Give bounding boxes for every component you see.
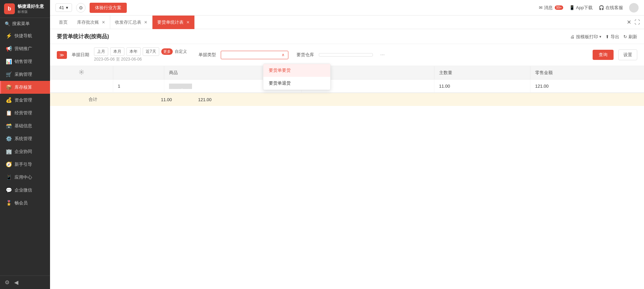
app-logo-icon: b	[4, 3, 15, 14]
sidebar-item-quick-nav[interactable]: ⚡ 快捷导航	[0, 29, 50, 42]
row-amount-cell: 121.00	[530, 80, 644, 93]
wechat-icon: 💬	[6, 187, 12, 193]
company-dropdown[interactable]: 41 ▾	[55, 3, 72, 12]
warehouse-filter-label: 要货仓库	[296, 52, 314, 58]
footer-label: 合计	[55, 96, 122, 103]
messages-badge: 99+	[555, 5, 563, 10]
sidebar-item-inventory[interactable]: 📦 库存核算	[0, 81, 50, 94]
tabs-bar: 首页 库存批次账 ✕ 收发存汇总表 ✕ 要货单统计表 ✕ ✕ ⛶	[50, 16, 644, 29]
svg-point-0	[81, 71, 82, 73]
online-service-button[interactable]: 🎧 在线客服	[599, 5, 623, 11]
dropdown-item-order-return[interactable]: 要货单退货	[263, 77, 330, 90]
type-filter-label: 单据类型	[198, 52, 216, 58]
tab-order-stats[interactable]: 要货单统计表 ✕	[152, 16, 195, 29]
dropdown-item-order-delivery[interactable]: 要货单要货	[263, 64, 330, 77]
header-gear-button[interactable]: ⚙	[76, 3, 86, 13]
col-index	[113, 66, 164, 80]
purchase-icon: 🛒	[6, 71, 12, 77]
sidebar-item-operations[interactable]: 📋 经营管理	[0, 107, 50, 119]
dropdown-arrow-icon: ▾	[66, 5, 68, 10]
date-filter-label: 单据日期	[72, 52, 89, 58]
sidebar-item-finance[interactable]: 💰 资金管理	[0, 94, 50, 107]
type-input[interactable]	[224, 52, 282, 58]
refresh-button[interactable]: ↻ 刷新	[623, 34, 637, 40]
app-logo-text: 畅捷通好生意 标准版	[18, 3, 44, 14]
marketing-icon: 📢	[6, 46, 12, 52]
trial-button[interactable]: 体验行业方案	[90, 3, 127, 13]
this-year-btn[interactable]: 本年	[126, 47, 141, 56]
last-month-btn[interactable]: 上月	[94, 47, 108, 56]
app-center-icon: 📱	[6, 174, 12, 180]
date-buttons: 上月 本月 本年 近7天 更多 自定义	[94, 47, 187, 56]
tab-home[interactable]: 首页	[54, 16, 72, 29]
row-index-cell: 1	[113, 80, 164, 93]
finance-icon: 💰	[6, 97, 12, 103]
page-header-actions: 🖨 按模板打印 ▾ ⬆ 导出 ↻ 刷新	[570, 34, 637, 40]
date-group: 上月 本月 本年 近7天 更多 自定义 2023-05-06 至 2023-06…	[94, 47, 187, 62]
tabs-right-actions: ✕ ⛶	[627, 19, 640, 25]
type-select[interactable]: ∧	[221, 51, 288, 59]
sidebar-item-app-center[interactable]: 📱 应用中心	[0, 171, 50, 184]
footer-quantity: 11.00	[156, 97, 183, 102]
system-icon: ⚙️	[6, 136, 12, 142]
page-inner: 要货单统计表(按商品) 🖨 按模板打印 ▾ ⬆ 导出 ↻ 刷新	[50, 29, 644, 289]
sidebar-item-marketing[interactable]: 📢 营销推广	[0, 42, 50, 55]
phone-icon: 📱	[569, 5, 575, 10]
app-download-button[interactable]: 📱 App下载	[569, 5, 593, 11]
type-dropdown-popup: 要货单要货 要货单退货	[263, 64, 331, 90]
row-quantity-cell: 11.00	[434, 80, 530, 93]
sidebar-item-enterprise[interactable]: 🏢 企业协同	[0, 145, 50, 158]
enterprise-icon: 🏢	[6, 149, 12, 155]
top-header: 41 ▾ ⚙ 体验行业方案 ✉ 消息 99+ 📱 App下载 🎧 在线客服	[50, 0, 644, 16]
headset-icon: 🎧	[599, 5, 604, 10]
date-range-text: 2023-05-06 至 2023-06-06	[94, 57, 187, 62]
sales-icon: 📊	[6, 59, 12, 65]
search-icon: 🔍	[5, 21, 10, 26]
filter-expand-button[interactable]: ≫	[57, 51, 67, 59]
sidebar-item-member[interactable]: 🎖️ 畅会员	[0, 197, 50, 209]
settings-button[interactable]: 设置	[618, 49, 637, 60]
last-7-days-btn[interactable]: 近7天	[143, 47, 159, 56]
data-table: 商品 主计量单位 主数量 零售金额 1 ████ ███	[50, 66, 644, 93]
table-header-row: 商品 主计量单位 主数量 零售金额	[50, 66, 644, 80]
more-dates-badge[interactable]: 更多	[161, 48, 173, 55]
tab-batch-account-close[interactable]: ✕	[102, 20, 105, 25]
query-button[interactable]: 查询	[593, 50, 614, 60]
warehouse-dots-button[interactable]: ···	[380, 52, 385, 58]
type-select-arrow-icon: ∧	[282, 52, 285, 57]
tab-order-stats-close[interactable]: ✕	[186, 20, 190, 25]
page-title: 要货单统计表(按商品)	[57, 33, 109, 40]
company-value: 41	[59, 5, 64, 10]
user-avatar[interactable]	[629, 3, 639, 13]
tab-collection-summary[interactable]: 收发存汇总表 ✕	[110, 16, 152, 29]
tab-batch-account[interactable]: 库存批次账 ✕	[72, 16, 110, 29]
header-left: 41 ▾ ⚙ 体验行业方案	[55, 3, 127, 13]
sidebar-item-sales[interactable]: 📊 销售管理	[0, 55, 50, 68]
operations-icon: 📋	[6, 110, 12, 116]
col-settings	[50, 66, 113, 80]
sidebar-item-system[interactable]: ⚙️ 系统管理	[0, 132, 50, 145]
member-icon: 🎖️	[6, 200, 12, 206]
custom-date-btn[interactable]: 自定义	[175, 49, 187, 54]
sidebar-item-wechat[interactable]: 💬 企业微信	[0, 184, 50, 197]
tab-collection-summary-close[interactable]: ✕	[144, 20, 147, 25]
sidebar-collapse-icon[interactable]: ◀	[14, 279, 18, 286]
table-footer: 合计 11.00 121.00	[50, 93, 644, 106]
filter-bar: ≫ 单据日期 上月 本月 本年 近7天 更多 自定义 2023-05-06 至 …	[50, 44, 644, 66]
tabs-close-icon[interactable]: ✕	[627, 19, 631, 25]
tabs-expand-icon[interactable]: ⛶	[635, 19, 640, 25]
sidebar-search[interactable]: 🔍 搜索菜单	[0, 18, 50, 29]
basic-info-icon: 🗃️	[6, 123, 12, 129]
sidebar-item-purchase[interactable]: 🛒 采购管理	[0, 68, 50, 81]
product-masked-text: ████ ███	[169, 84, 192, 89]
warehouse-select[interactable]	[319, 53, 373, 57]
sidebar-item-basic-info[interactable]: 🗃️ 基础信息	[0, 119, 50, 132]
export-button[interactable]: ⬆ 导出	[605, 34, 619, 40]
print-dropdown-icon: ▾	[599, 35, 601, 39]
sidebar-settings-icon[interactable]: ⚙	[5, 279, 9, 286]
this-month-btn[interactable]: 本月	[110, 47, 124, 56]
print-button[interactable]: 🖨 按模板打印 ▾	[570, 34, 601, 40]
messages-button[interactable]: ✉ 消息 99+	[539, 5, 563, 11]
sidebar-item-guide[interactable]: 🧭 新手引导	[0, 158, 50, 171]
inventory-icon: 📦	[6, 84, 12, 90]
